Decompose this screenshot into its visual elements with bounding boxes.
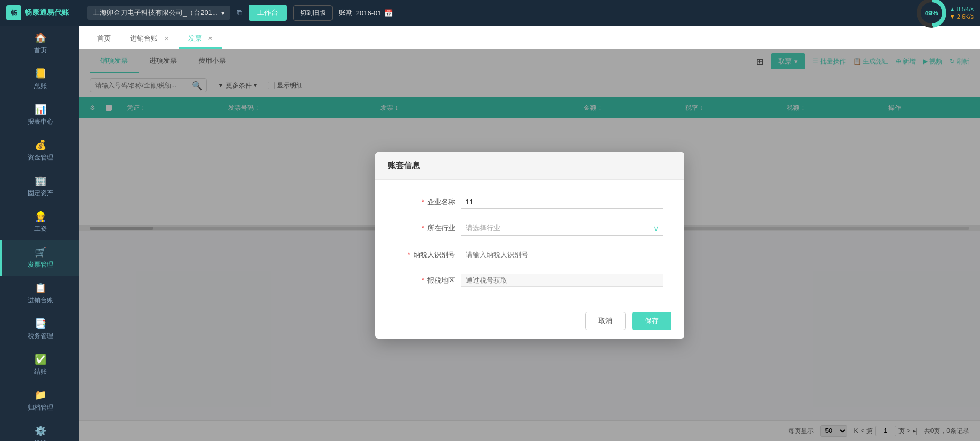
modal-body: * 企业名称 * 所在行业 请选择行业 — [375, 180, 684, 303]
save-button[interactable]: 保存 — [632, 312, 671, 330]
sidebar-item-label: 发票管理 — [28, 260, 53, 269]
sidebar-item-home[interactable]: 🏠 首页 — [0, 26, 79, 61]
form-row-tax-region: * 报税地区 — [396, 274, 663, 287]
ledger-icon: 📒 — [35, 68, 46, 79]
calendar-icon[interactable]: 📅 — [384, 9, 393, 17]
tab-bar: 首页 进销台账 ✕ 发票 ✕ — [79, 26, 980, 49]
tab-home-label: 首页 — [97, 34, 111, 42]
switch-old-button[interactable]: 切到旧版 — [293, 5, 333, 21]
company-name-required: * — [422, 198, 424, 206]
tax-id-input[interactable] — [461, 248, 663, 261]
tab-purchase-sales-label: 进销台账 — [130, 34, 158, 42]
modal-header: 账套信息 — [375, 152, 684, 180]
tax-region-input — [461, 274, 663, 287]
tax-id-required: * — [408, 251, 410, 259]
industry-dropdown-icon: ∨ — [653, 224, 659, 232]
reports-icon: 📊 — [35, 103, 46, 115]
form-row-tax-id: * 纳税人识别号 — [396, 248, 663, 261]
account-period-value: 2016-01 — [356, 9, 382, 17]
cancel-button[interactable]: 取消 — [585, 312, 626, 330]
tab-invoice[interactable]: 发票 ✕ — [179, 29, 223, 49]
workbench-button[interactable]: 工作台 — [249, 5, 287, 21]
sidebar-item-archive[interactable]: 📁 归档管理 — [0, 383, 79, 419]
sub-content: 销项发票 进项发票 费用小票 ⊞ 取票 ▾ — [79, 49, 980, 441]
copy-icon[interactable]: ⧉ — [237, 8, 242, 18]
industry-placeholder: 请选择行业 — [466, 223, 653, 233]
sidebar-item-funds[interactable]: 💰 资金管理 — [0, 133, 79, 169]
form-row-industry: * 所在行业 请选择行业 ∨ — [396, 221, 663, 236]
invoice-mgmt-icon: 🛒 — [35, 246, 46, 258]
tab-invoice-label: 发票 — [188, 34, 202, 42]
sidebar-item-label: 报表中心 — [28, 117, 53, 126]
industry-required: * — [422, 224, 424, 232]
home-icon: 🏠 — [35, 32, 46, 44]
sidebar-item-fixed-assets[interactable]: 🏢 固定资产 — [0, 169, 79, 204]
tab-purchase-sales-close[interactable]: ✕ — [164, 35, 169, 42]
sidebar-item-label: 税务管理 — [28, 332, 53, 341]
account-period: 账期 2016-01 📅 — [339, 8, 393, 18]
sidebar-item-label: 工资 — [34, 224, 47, 234]
dropdown-icon: ▾ — [221, 9, 225, 17]
header-right: 49% ▲ 8.5K/s ▼ 2.6K/s — [917, 0, 974, 28]
company-name-label: * 企业名称 — [396, 197, 455, 207]
speed-indicator: 49% — [917, 0, 946, 28]
account-period-label: 账期 — [339, 8, 353, 18]
payroll-icon: 👷 — [35, 211, 46, 222]
company-name-input[interactable] — [461, 196, 663, 209]
archive-icon: 📁 — [35, 389, 46, 401]
tab-invoice-close[interactable]: ✕ — [208, 35, 213, 42]
sidebar-item-payroll[interactable]: 👷 工资 — [0, 204, 79, 240]
sidebar-item-invoice-mgmt[interactable]: 🛒 发票管理 — [0, 240, 79, 276]
speed-down: ▼ 2.6K/s — [950, 13, 974, 20]
speed-info: ▲ 8.5K/s ▼ 2.6K/s — [950, 6, 974, 20]
sidebar-item-label: 总账 — [34, 82, 47, 91]
sidebar-item-ledger[interactable]: 📒 总账 — [0, 61, 79, 97]
company-name: 上海卯金刀电子科技有限公司_（台201... — [93, 8, 218, 18]
settlement-icon: ✅ — [35, 354, 46, 365]
sidebar-item-tax[interactable]: 📑 税务管理 — [0, 311, 79, 347]
modal-title: 账套信息 — [388, 161, 420, 170]
modal-overlay: 账套信息 * 企业名称 — [79, 49, 980, 441]
speed-up: ▲ 8.5K/s — [950, 6, 974, 12]
sidebar-item-settlement[interactable]: ✅ 结账 — [0, 347, 79, 383]
sidebar-item-purchase-sales[interactable]: 📋 进销台账 — [0, 276, 79, 311]
sidebar-item-label: 进销台账 — [28, 296, 53, 305]
purchase-sales-icon: 📋 — [35, 282, 46, 294]
sidebar-item-settings[interactable]: ⚙️ 设置 — [0, 419, 79, 441]
sidebar-item-label: 归档管理 — [28, 403, 53, 412]
industry-label: * 所在行业 — [396, 223, 455, 233]
tax-icon: 📑 — [35, 318, 46, 330]
top-header: 畅 畅康通易代账 上海卯金刀电子科技有限公司_（台201... ▾ ⧉ 工作台 … — [0, 0, 980, 26]
logo-area: 畅 畅康通易代账 — [6, 5, 81, 20]
sidebar-item-label: 资金管理 — [28, 153, 53, 162]
fixed-assets-icon: 🏢 — [35, 175, 46, 187]
modal-footer: 取消 保存 — [375, 303, 684, 339]
tax-region-label: * 报税地区 — [396, 276, 455, 285]
tax-region-required: * — [422, 276, 424, 284]
logo-icon: 畅 — [6, 5, 21, 20]
tab-purchase-sales[interactable]: 进销台账 ✕ — [120, 29, 179, 49]
tab-home[interactable]: 首页 — [87, 29, 120, 49]
content-area: 首页 进销台账 ✕ 发票 ✕ 销项发票 进项发票 — [79, 26, 980, 441]
sidebar-item-label: 固定资产 — [28, 189, 53, 198]
company-selector[interactable]: 上海卯金刀电子科技有限公司_（台201... ▾ — [87, 6, 230, 20]
sidebar-item-label: 结账 — [34, 367, 47, 376]
settings-icon: ⚙️ — [35, 425, 46, 437]
funds-icon: 💰 — [35, 139, 46, 151]
modal-account-info: 账套信息 * 企业名称 — [375, 152, 684, 339]
sidebar-item-label: 设置 — [34, 439, 47, 441]
form-row-company-name: * 企业名称 — [396, 196, 663, 209]
sidebar-item-reports[interactable]: 📊 报表中心 — [0, 97, 79, 133]
main-layout: 🏠 首页 📒 总账 📊 报表中心 💰 资金管理 🏢 固定资产 👷 工资 🛒 发票… — [0, 26, 980, 441]
tax-id-label: * 纳税人识别号 — [396, 250, 455, 260]
sidebar: 🏠 首页 📒 总账 📊 报表中心 💰 资金管理 🏢 固定资产 👷 工资 🛒 发票… — [0, 26, 79, 441]
sidebar-item-label: 首页 — [34, 46, 47, 55]
logo-text: 畅康通易代账 — [25, 8, 69, 18]
speed-percent: 49% — [921, 2, 942, 23]
industry-select[interactable]: 请选择行业 ∨ — [461, 221, 663, 236]
